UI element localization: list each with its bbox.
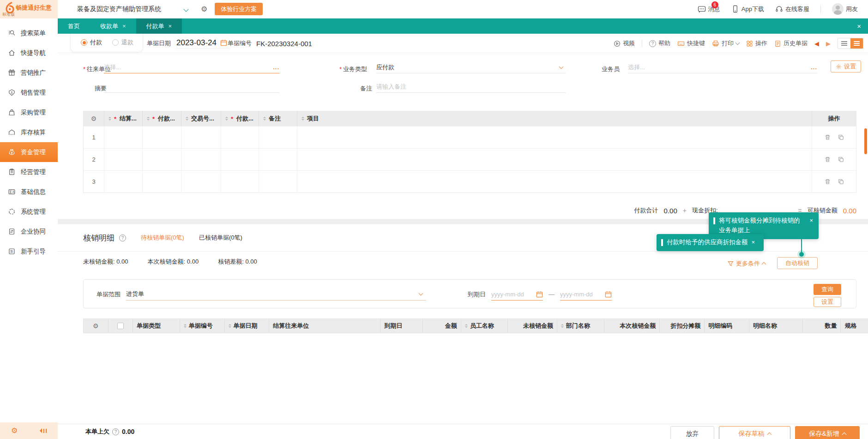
cell-trade-no[interactable] bbox=[181, 171, 221, 192]
header-quantity[interactable]: 数量 bbox=[803, 319, 841, 333]
history-button[interactable]: 历史单据 bbox=[774, 39, 808, 48]
cell-remark[interactable] bbox=[259, 126, 297, 148]
actions-button[interactable]: 操作 bbox=[746, 39, 767, 48]
summary-input[interactable] bbox=[104, 81, 279, 93]
card-view-button[interactable] bbox=[850, 38, 863, 48]
header-settle-partner[interactable]: 结算往来单位 bbox=[269, 319, 380, 333]
form-settings-button[interactable]: 设置 bbox=[831, 60, 861, 72]
delete-row-icon[interactable] bbox=[824, 178, 831, 185]
gear-icon[interactable]: ⚙ bbox=[201, 6, 207, 13]
close-icon[interactable]: × bbox=[752, 239, 755, 247]
header-bill-date[interactable]: 单据日期 bbox=[225, 319, 270, 333]
sidebar-settings-icon[interactable]: ⚙ bbox=[11, 427, 18, 434]
cell-settle-method[interactable] bbox=[104, 149, 143, 170]
help-button[interactable]: ? 帮助 bbox=[649, 39, 670, 48]
bill-no-field[interactable]: 单据编号 FK-20230324-001 bbox=[228, 34, 312, 53]
header-amount[interactable]: 金额 bbox=[423, 319, 461, 333]
biztype-select-field[interactable]: 应付款 bbox=[376, 61, 566, 73]
cell-project[interactable] bbox=[297, 149, 812, 170]
cell-remark[interactable] bbox=[259, 171, 297, 192]
close-icon[interactable]: × bbox=[169, 23, 172, 30]
cell-pay-account[interactable] bbox=[143, 126, 181, 148]
cell-pay-amount[interactable] bbox=[221, 149, 259, 170]
header-current-writeoff[interactable]: 本次核销金额 bbox=[604, 319, 660, 333]
header-project[interactable]: 项目 bbox=[297, 111, 812, 126]
radio-payment[interactable]: 付款 bbox=[81, 38, 102, 47]
sidebar-item-system[interactable]: 系统管理 bbox=[0, 202, 58, 222]
discard-button[interactable]: 放弃 bbox=[670, 426, 714, 439]
bill-date-field[interactable]: 单据日期 2023-03-24 bbox=[147, 34, 230, 53]
column-settings-button[interactable]: ⚙ bbox=[84, 111, 104, 126]
header-detail-name[interactable]: 明细名称 bbox=[749, 319, 803, 333]
radio-refund[interactable]: 退款 bbox=[112, 38, 133, 47]
due-date-end-input[interactable]: yyyy-mm-dd bbox=[560, 289, 612, 301]
column-settings-button[interactable]: ⚙ bbox=[84, 319, 108, 333]
header-unverified-amount[interactable]: 未核销金额 bbox=[508, 319, 557, 333]
sidebar-item-quick-nav[interactable]: 快捷导航 bbox=[0, 43, 58, 63]
cell-pay-amount[interactable] bbox=[221, 171, 259, 192]
sidebar-item-beginner-guide[interactable]: 新 新手引导 bbox=[0, 241, 58, 261]
more-icon[interactable]: ... bbox=[811, 64, 817, 71]
header-settle-method[interactable]: *结算... bbox=[104, 111, 143, 126]
save-and-new-button[interactable]: 保存&新增 bbox=[795, 426, 860, 439]
online-service-button[interactable]: 在线客服 bbox=[775, 5, 809, 13]
auto-writeoff-button[interactable]: 自动核销 bbox=[777, 257, 818, 269]
due-date-start-input[interactable]: yyyy-mm-dd bbox=[491, 289, 543, 301]
header-bill-no[interactable]: 单据编号 bbox=[180, 319, 225, 333]
more-icon[interactable]: ... bbox=[273, 64, 279, 71]
question-circle-icon[interactable]: ? bbox=[119, 235, 126, 241]
sidebar-item-basic-info[interactable]: A 基础信息 bbox=[0, 182, 58, 202]
header-employee[interactable]: 员工名称 bbox=[461, 319, 508, 333]
header-bill-type[interactable]: 单据类型 bbox=[133, 319, 180, 333]
header-detail-code[interactable]: 明细编码 bbox=[705, 319, 749, 333]
close-icon[interactable]: × bbox=[122, 23, 126, 30]
cell-pay-account[interactable] bbox=[143, 171, 181, 192]
next-bill-icon[interactable]: ▶ bbox=[826, 40, 831, 47]
close-all-tabs-icon[interactable]: × bbox=[857, 18, 868, 34]
delete-row-icon[interactable] bbox=[824, 156, 831, 163]
sidebar-item-sales[interactable]: $ 销售管理 bbox=[0, 83, 58, 102]
copy-row-icon[interactable] bbox=[838, 178, 844, 185]
filter-settings-button[interactable]: 设置 bbox=[814, 297, 841, 307]
remark-input[interactable]: 请输入备注 bbox=[376, 81, 566, 93]
cell-settle-method[interactable] bbox=[104, 126, 143, 148]
cell-trade-no[interactable] bbox=[181, 149, 221, 170]
sidebar-item-collaboration[interactable]: 企业协同 bbox=[0, 222, 58, 241]
video-button[interactable]: 视频 bbox=[614, 39, 635, 48]
header-department[interactable]: 部门名称 bbox=[557, 319, 604, 333]
sidebar-item-purchase[interactable]: 采购管理 bbox=[0, 102, 58, 122]
messages-button[interactable]: 消息 6 bbox=[698, 5, 720, 13]
tab-payment[interactable]: 付款单× bbox=[136, 18, 182, 34]
salesman-select-field[interactable]: 选择... ... bbox=[628, 61, 817, 73]
header-pay-amount[interactable]: *付款... bbox=[221, 111, 259, 126]
cell-pay-account[interactable] bbox=[143, 149, 181, 170]
chevron-down-icon[interactable] bbox=[183, 6, 188, 12]
calendar-icon[interactable] bbox=[536, 291, 543, 298]
calendar-icon[interactable] bbox=[220, 39, 227, 46]
sidebar-item-operations[interactable]: 经营管理 bbox=[0, 162, 58, 182]
query-button[interactable]: 查询 bbox=[814, 284, 841, 295]
select-all-checkbox[interactable] bbox=[108, 319, 133, 333]
cell-settle-method[interactable] bbox=[104, 171, 143, 192]
partner-select-field[interactable]: 选择... ... bbox=[104, 61, 279, 73]
cell-trade-no[interactable] bbox=[181, 126, 221, 148]
trial-industry-button[interactable]: 体验行业方案 bbox=[215, 3, 263, 15]
header-remark[interactable]: 备注 bbox=[259, 111, 297, 126]
app-logo[interactable]: 畅捷通好生意 标准版 bbox=[0, 0, 58, 18]
tab-receipt[interactable]: 收款单× bbox=[90, 18, 136, 34]
bill-scope-select[interactable]: 进货单 bbox=[126, 289, 426, 301]
app-download-button[interactable]: App下载 bbox=[731, 5, 764, 13]
more-conditions-link[interactable]: 更多条件 bbox=[728, 259, 766, 268]
header-trade-no[interactable]: 交易号... bbox=[181, 111, 221, 126]
header-spec[interactable]: 规格 bbox=[841, 319, 868, 333]
question-circle-icon[interactable]: ? bbox=[112, 428, 119, 435]
user-menu[interactable]: 用友 bbox=[832, 3, 858, 15]
tab-pending-bills[interactable]: 待核销单据(0笔) bbox=[141, 234, 184, 242]
cell-remark[interactable] bbox=[259, 149, 297, 170]
collapse-sidebar-icon[interactable] bbox=[40, 428, 47, 433]
calendar-icon[interactable] bbox=[605, 291, 612, 298]
prev-bill-icon[interactable]: ◀ bbox=[814, 40, 819, 47]
sidebar-item-inventory[interactable]: 库存核算 bbox=[0, 122, 58, 142]
copy-row-icon[interactable] bbox=[838, 134, 844, 141]
scrollbar-thumb[interactable] bbox=[864, 128, 867, 154]
